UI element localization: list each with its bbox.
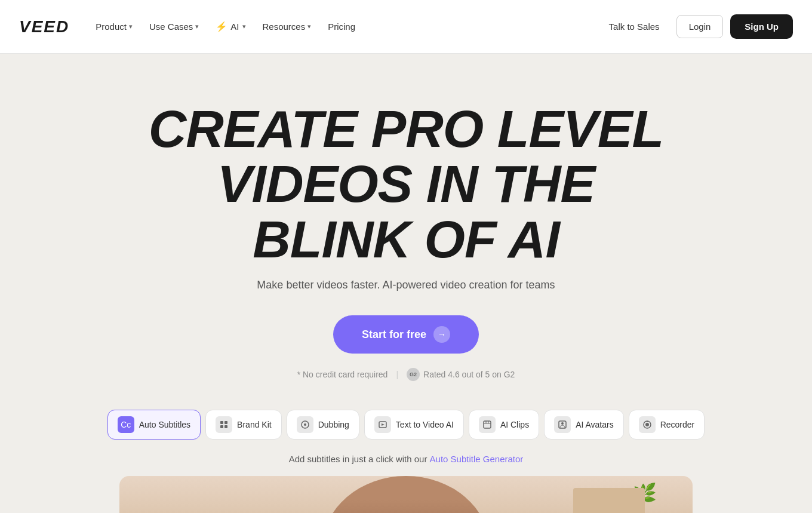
nav-pricing-label: Pricing [328,21,355,32]
bolt-icon: ⚡ [216,21,227,32]
nav-pricing[interactable]: Pricing [321,17,362,36]
svg-rect-3 [224,425,227,428]
tab-auto-subtitles-label: Auto Subtitles [139,420,190,429]
g2-rating-text: Rated 4.6 out of 5 on G2 [423,370,515,379]
feature-desc-link[interactable]: Auto Subtitle Generator [430,454,524,464]
chevron-down-icon: ▾ [195,23,199,30]
feature-tabs: Cc Auto Subtitles Brand Kit Dubbing Text… [107,410,705,440]
tab-auto-subtitles[interactable]: Cc Auto Subtitles [107,410,201,440]
nav-resources-label: Resources [263,21,306,32]
tab-dubbing-label: Dubbing [318,420,349,429]
svg-rect-2 [220,425,223,428]
hero-subtitle: Make better videos faster. AI-powered vi… [257,279,555,291]
navbar: VEED Product ▾ Use Cases ▾ ⚡ AI ▾ Resour… [0,0,812,54]
nav-ai[interactable]: ⚡ AI ▾ [208,16,253,37]
auto-subtitles-icon: Cc [118,416,134,433]
shelf-decoration [573,488,645,513]
svg-rect-1 [224,421,227,424]
g2-logo-icon: G2 [407,368,420,381]
hero-title-line2: VIDEOS IN THE BLINK OF AI [217,154,595,268]
brand-kit-icon [216,416,232,433]
svg-point-13 [561,422,564,425]
talk-to-sales-button[interactable]: Talk to Sales [599,16,669,38]
svg-marker-7 [382,423,385,426]
hero-section: CREATE PRO LEVEL VIDEOS IN THE BLINK OF … [0,54,812,513]
login-button[interactable]: Login [676,15,724,38]
nav-use-cases[interactable]: Use Cases ▾ [142,17,206,36]
dubbing-icon [297,416,313,433]
navbar-left: VEED Product ▾ Use Cases ▾ ⚡ AI ▾ Resour… [19,16,362,37]
nav-product[interactable]: Product ▾ [88,17,140,36]
video-preview: 🌿 [119,476,693,513]
chevron-down-icon: ▾ [307,23,311,30]
tab-ai-avatars-label: AI Avatars [576,420,614,429]
feature-description: Add subtitles in just a click with our A… [289,454,524,464]
sign-up-button[interactable]: Sign Up [730,14,793,39]
hero-title-line1: CREATE PRO LEVEL [149,99,663,158]
nav-ai-label: AI [230,21,239,32]
tab-text-to-video-label: Text to Video AI [396,420,454,429]
arrow-icon: → [433,326,450,343]
svg-point-5 [304,423,306,426]
svg-rect-8 [484,421,491,428]
tab-recorder[interactable]: Recorder [629,410,705,440]
tab-recorder-label: Recorder [660,420,695,429]
tab-brand-kit[interactable]: Brand Kit [205,410,282,440]
nav-use-cases-label: Use Cases [149,21,193,32]
meta-divider: | [396,370,398,379]
hero-meta: * No credit card required | G2 Rated 4.6… [297,368,515,381]
hero-title: CREATE PRO LEVEL VIDEOS IN THE BLINK OF … [137,102,675,267]
recorder-icon [639,416,656,433]
tab-ai-clips[interactable]: AI Clips [469,410,539,440]
logo[interactable]: VEED [19,17,69,36]
nav-links: Product ▾ Use Cases ▾ ⚡ AI ▾ Resources ▾… [88,16,362,37]
tab-dubbing[interactable]: Dubbing [287,410,359,440]
ai-clips-icon [479,416,496,433]
tab-text-to-video[interactable]: Text to Video AI [364,410,464,440]
chevron-down-icon: ▾ [242,23,246,30]
start-for-free-button[interactable]: Start for free → [333,315,479,354]
tab-ai-avatars[interactable]: AI Avatars [544,410,624,440]
nav-product-label: Product [96,21,127,32]
text-to-video-icon [374,416,391,433]
tab-brand-kit-label: Brand Kit [237,420,272,429]
chevron-down-icon: ▾ [129,23,133,30]
nav-resources[interactable]: Resources ▾ [256,17,319,36]
navbar-right: Talk to Sales Login Sign Up [599,14,793,39]
g2-rating: G2 Rated 4.6 out of 5 on G2 [407,368,515,381]
feature-desc-text: Add subtitles in just a click with our [289,454,430,464]
svg-point-15 [645,423,649,426]
tab-ai-clips-label: AI Clips [500,420,529,429]
no-credit-card-text: * No credit card required [297,370,388,379]
svg-rect-0 [220,421,223,424]
person-image [322,476,490,513]
start-button-label: Start for free [362,328,426,341]
ai-avatars-icon [554,416,571,433]
